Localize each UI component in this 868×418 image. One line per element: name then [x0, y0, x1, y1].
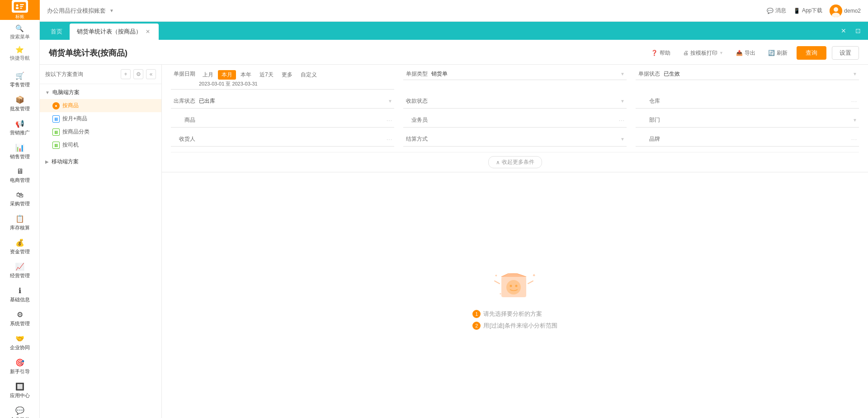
settings-btn[interactable]: 设置: [832, 46, 859, 60]
goods-label: 商品: [171, 116, 199, 124]
warehouse-more-btn[interactable]: ···: [849, 98, 859, 104]
maximize-tab-btn[interactable]: ⊡: [852, 24, 864, 37]
sidebar-icon-retail: 🛒: [15, 71, 24, 80]
tab-home[interactable]: 首页: [43, 24, 70, 40]
receiver-control[interactable]: ···: [199, 136, 394, 142]
page-title: 销货单统计表(按商品): [49, 48, 127, 58]
tab-sales-stat[interactable]: 销货单统计表（按商品） ✕: [70, 24, 159, 40]
sidebar-label-newbie: 新手引导: [10, 368, 30, 375]
sidebar-label-inventory: 库存核算: [10, 224, 30, 231]
sidebar-item-newbie[interactable]: 🎯 新手引导: [10, 355, 30, 379]
warehouse-control[interactable]: ···: [664, 98, 859, 104]
sidebar-item-operations[interactable]: 📈 经营管理: [10, 259, 30, 283]
chevron-icon: ▼: [109, 8, 114, 13]
filter-row-2: 出库状态 已出库 ▼ 收款状态 ▼: [171, 95, 859, 109]
tab-close-btn[interactable]: ✕: [144, 28, 151, 35]
sidebar-item-basic[interactable]: ℹ 基础信息: [10, 283, 30, 307]
scheme-by-product[interactable]: ● 按商品: [40, 99, 161, 112]
goods-more-btn[interactable]: ···: [385, 117, 394, 124]
app-download-btn[interactable]: 📱 App下载: [793, 7, 822, 14]
department-dropdown[interactable]: ▼: [851, 118, 859, 123]
brand-more-btn[interactable]: ···: [849, 136, 859, 142]
mobile-scheme-parent[interactable]: ▶ 移动端方案: [40, 155, 161, 168]
sidebar-item-system[interactable]: ⚙ 系统管理: [10, 307, 30, 331]
svg-point-11: [510, 285, 512, 287]
app-logo: 标账: [0, 0, 40, 20]
scheme-icon-2: ▦: [52, 128, 60, 136]
scheme-by-month-product[interactable]: ▦ 按月+商品: [40, 112, 161, 125]
staff-item: 业务员 ···: [403, 114, 627, 128]
receiver-more-btn[interactable]: ···: [385, 136, 394, 142]
sidebar-item-marketing[interactable]: 📢 营销推广: [10, 116, 30, 140]
pc-scheme-parent[interactable]: ▼ 电脑端方案: [40, 86, 161, 99]
add-scheme-btn[interactable]: +: [121, 69, 131, 79]
date-last-month[interactable]: 上月: [199, 70, 217, 80]
settlement-control[interactable]: ▼: [431, 137, 627, 142]
query-btn[interactable]: 查询: [797, 46, 826, 60]
bill-type-dropdown[interactable]: ▼: [618, 71, 627, 76]
date-more[interactable]: 更多: [278, 70, 296, 80]
brand-item: 品牌 ···: [636, 133, 859, 147]
stock-status-control[interactable]: 已出库 ▼: [199, 97, 394, 105]
scheme-by-month-product-label: 按月+商品: [62, 115, 87, 123]
settlement-dropdown[interactable]: ▼: [618, 137, 627, 142]
department-control[interactable]: ▼: [664, 118, 859, 123]
sidebar-item-retail[interactable]: 🛒 零售管理: [10, 68, 30, 92]
scheme-by-category[interactable]: ▦ 按商品分类: [40, 125, 161, 138]
date-this-year[interactable]: 本年: [237, 70, 255, 80]
date-last-7days[interactable]: 近7天: [256, 70, 277, 80]
sidebar-item-appstore[interactable]: 🔲 应用中心: [10, 379, 30, 403]
svg-point-1: [16, 5, 18, 7]
date-filter-item: 单据日期 上月 本月 本年 近7天 更多 自定义 20: [171, 70, 394, 90]
sidebar-icon-operations: 📈: [15, 262, 24, 271]
svg-text:✦: ✦: [499, 292, 502, 295]
user-profile[interactable]: demo2: [830, 5, 861, 17]
payment-status-control[interactable]: ▼: [431, 99, 627, 104]
stock-status-dropdown[interactable]: ▼: [386, 99, 394, 104]
staff-control[interactable]: ···: [431, 117, 627, 124]
goods-control[interactable]: ···: [199, 117, 394, 124]
industry-label[interactable]: 办公用品行业模拟账套: [47, 7, 106, 15]
date-custom[interactable]: 自定义: [297, 70, 321, 80]
edit-scheme-btn[interactable]: ⚙: [133, 69, 143, 79]
sidebar-item-enterprise[interactable]: 🤝 企业协同: [10, 331, 30, 355]
right-panel: 单据日期 上月 本月 本年 近7天 更多 自定义 20: [162, 65, 868, 418]
filter-row-4: 收货人 ··· 结算方式 ▼: [171, 133, 859, 147]
sidebar-item-wholesale[interactable]: 📦 批发管理: [10, 92, 30, 116]
sidebar-icon-wechat: 💬: [15, 406, 24, 415]
sidebar-item-purchase[interactable]: 🛍 采购管理: [10, 187, 30, 211]
settlement-item: 结算方式 ▼: [403, 133, 627, 147]
department-label: 部门: [636, 116, 664, 124]
svg-line-13: [495, 281, 500, 284]
sidebar-item-ecommerce[interactable]: 🖥 电商管理: [10, 164, 30, 187]
bill-status-value[interactable]: 已生效 ▼: [664, 70, 859, 78]
bill-type-value[interactable]: 销货单 ▼: [431, 70, 627, 78]
help-btn[interactable]: ❓ 帮助: [647, 48, 674, 59]
sidebar-icon-wholesale: 📦: [15, 95, 24, 104]
brand-control[interactable]: ···: [664, 136, 859, 142]
sidebar-item-wechat[interactable]: 💬 企业微信: [10, 403, 30, 418]
search-menu[interactable]: 🔍 搜索菜单: [0, 20, 39, 43]
refresh-btn[interactable]: 🔄 刷新: [764, 48, 791, 59]
payment-status-dropdown[interactable]: ▼: [618, 99, 627, 104]
quick-nav[interactable]: ⭐ 快捷导航: [0, 43, 39, 64]
close-tab-btn[interactable]: ✕: [837, 24, 850, 37]
sidebar-icon-inventory: 📋: [15, 214, 24, 223]
scheme-by-driver[interactable]: ▦ 按司机: [40, 138, 161, 152]
staff-more-btn[interactable]: ···: [617, 117, 627, 124]
message-btn[interactable]: 💬 消息: [767, 7, 786, 14]
export-icon: 📤: [736, 50, 743, 56]
sidebar-item-sales[interactable]: 📊 销售管理: [10, 140, 30, 164]
date-this-month[interactable]: 本月: [218, 70, 236, 80]
collapse-panel-btn[interactable]: «: [146, 69, 156, 79]
collapse-more-btn[interactable]: ∧ 收起更多条件: [488, 156, 542, 168]
template-print-btn[interactable]: 🖨 按模板打印 ▼: [679, 48, 727, 59]
message-icon: 💬: [767, 8, 774, 14]
sidebar-item-inventory[interactable]: 📋 库存核算: [10, 211, 30, 235]
scheme-by-driver-label: 按司机: [62, 141, 79, 149]
sidebar-item-finance[interactable]: 💰 资金管理: [10, 235, 30, 259]
export-btn[interactable]: 📤 导出: [732, 48, 759, 59]
bill-status-dropdown[interactable]: ▼: [851, 71, 859, 76]
chevron-right-icon: ▶: [45, 159, 49, 164]
bill-type-label: 单据类型: [403, 70, 431, 78]
